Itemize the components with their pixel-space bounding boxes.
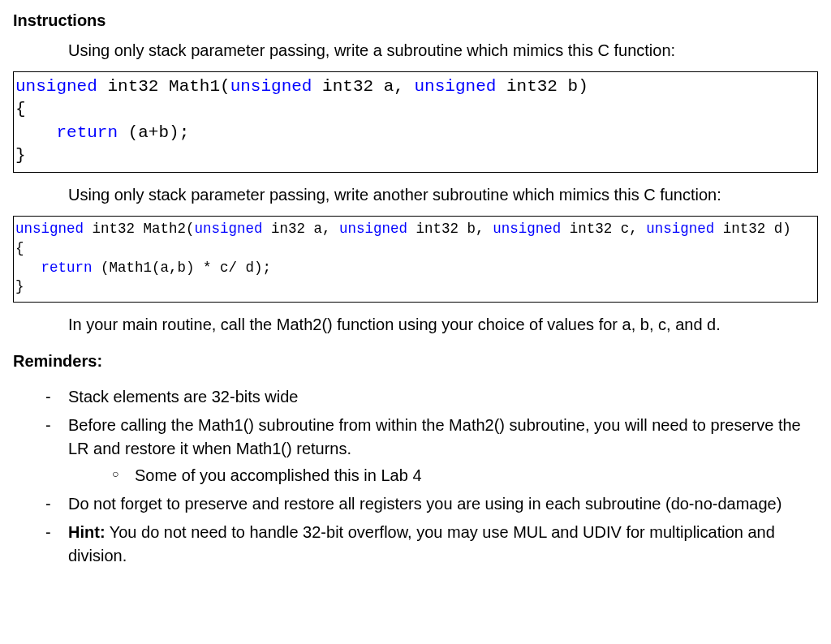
code-brace-open: {: [15, 240, 24, 256]
reminder-text: Before calling the Math1() subroutine fr…: [68, 416, 801, 457]
reminder-subtext: Some of you accomplished this in Lab 4: [135, 466, 422, 484]
paragraph-3: In your main routine, call the Math2() f…: [68, 316, 818, 334]
reminders-list: Stack elements are 32-bits wide Before c…: [45, 385, 818, 568]
list-item: Hint: You do not need to handle 32-bit o…: [45, 521, 818, 568]
list-item: Stack elements are 32-bits wide: [45, 385, 818, 409]
code-indent: [15, 123, 56, 142]
reminder-text: Stack elements are 32-bits wide: [68, 388, 298, 406]
keyword-unsigned: unsigned: [415, 77, 497, 96]
keyword-unsigned: unsigned: [493, 221, 561, 237]
code-text: int32 d): [714, 221, 791, 237]
code-text: in32 a,: [263, 221, 340, 237]
document-page: Instructions Using only stack parameter …: [0, 0, 831, 592]
keyword-unsigned: unsigned: [195, 221, 263, 237]
list-item: Do not forget to preserve and restore al…: [45, 492, 818, 516]
code-text: int32 Math2(: [84, 221, 195, 237]
instructions-heading: Instructions: [13, 11, 818, 30]
reminder-text: You do not need to handle 32-bit overflo…: [68, 523, 775, 565]
sublist-item: Some of you accomplished this in Lab 4: [112, 464, 818, 487]
code-text: int32 Math1(: [97, 77, 230, 96]
keyword-unsigned: unsigned: [15, 77, 97, 96]
reminders-heading-text: Reminders: [13, 352, 97, 370]
reminders-sublist: Some of you accomplished this in Lab 4: [112, 464, 818, 487]
code-indent: [15, 260, 41, 276]
keyword-return: return: [41, 260, 93, 276]
keyword-unsigned: unsigned: [339, 221, 407, 237]
keyword-unsigned: unsigned: [230, 77, 312, 96]
keyword-unsigned: unsigned: [646, 221, 714, 237]
code-block-math1: unsigned int32 Math1(unsigned int32 a, u…: [13, 71, 818, 173]
code-text: int32 b): [496, 77, 588, 96]
reminder-text: Do not forget to preserve and restore al…: [68, 495, 781, 513]
code-text: (Math1(a,b) * c/ d);: [93, 260, 272, 276]
code-block-math2: unsigned int32 Math2(unsigned in32 a, un…: [13, 216, 818, 303]
code-text: int32 a,: [312, 77, 414, 96]
code-brace-open: {: [15, 100, 26, 118]
code-brace-close: }: [15, 278, 24, 294]
list-item: Before calling the Math1() subroutine fr…: [45, 414, 818, 487]
hint-label: Hint:: [68, 523, 105, 541]
code-brace-close: }: [15, 146, 26, 165]
keyword-unsigned: unsigned: [15, 221, 84, 237]
code-text: (a+b);: [118, 123, 189, 142]
keyword-return: return: [56, 123, 118, 142]
paragraph-2: Using only stack parameter passing, writ…: [68, 186, 818, 204]
reminders-heading: Reminders:: [13, 352, 818, 371]
paragraph-1: Using only stack parameter passing, writ…: [68, 41, 818, 60]
reminders-colon: :: [97, 352, 102, 370]
code-text: int32 b,: [407, 221, 493, 237]
code-text: int32 c,: [561, 221, 646, 237]
